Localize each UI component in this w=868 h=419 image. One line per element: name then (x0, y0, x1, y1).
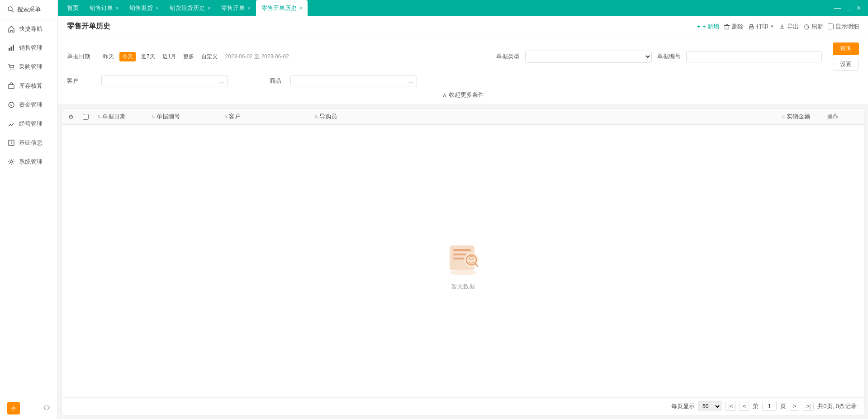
page-label-pre: 第 (753, 402, 759, 410)
th-checkbox[interactable] (80, 109, 95, 124)
sidebar-search[interactable]: 搜索采单 (0, 0, 57, 19)
filter-row-1: 单据日期 昨天 今天 近7天 近1月 更多 自定义 2023-06-02 至 2… (67, 42, 859, 71)
print-button[interactable]: 打印 ▼ (748, 23, 774, 31)
maximize-button[interactable]: □ (847, 4, 851, 12)
th-customer[interactable]: ⇅ 客户 (221, 109, 312, 124)
main-content: 首页 销售订单 × 销售退货 × 销货退货历史 × 零售开单 × 零售开单历史 … (58, 0, 868, 419)
display-detail-checkbox[interactable] (828, 24, 834, 29)
query-button[interactable]: 查询 (833, 42, 859, 55)
display-detail-button[interactable]: 显示明细 (828, 23, 859, 31)
goods-label: 商品 (270, 77, 283, 85)
sidebar-item-label: 基础信息 (19, 139, 43, 147)
sort-icon: ⇅ (782, 114, 785, 119)
filter-row-2: 客户 ... 商品 ... (67, 75, 859, 86)
th-date[interactable]: ⇅ 单据日期 (95, 109, 149, 124)
sidebar-item-xitong[interactable]: 系统管理 (0, 152, 57, 171)
add-label: + 新增 (702, 23, 719, 31)
total-info: 共0页, 0条记录 (817, 402, 857, 410)
add-icon: + (697, 23, 701, 30)
svg-rect-7 (9, 85, 14, 89)
customer-dots: ... (219, 77, 224, 84)
svg-point-13 (10, 161, 13, 163)
th-amount[interactable]: ⇅ 实销金额 (779, 109, 824, 124)
bill-no-input[interactable] (686, 51, 822, 62)
svg-point-12 (11, 141, 11, 141)
next-page-button[interactable]: > (790, 402, 799, 411)
tab-sales-return[interactable]: 销售退货 × (124, 0, 164, 16)
prev-page-button[interactable]: < (740, 402, 749, 411)
close-icon[interactable]: × (208, 5, 210, 11)
sidebar-item-label: 销售管理 (19, 44, 43, 52)
sidebar-item-jingying[interactable]: 经营管理 (0, 114, 57, 133)
select-all-checkbox[interactable] (83, 114, 89, 120)
refresh-button[interactable]: 刷新 (803, 23, 823, 31)
goods-input[interactable]: ... (290, 75, 417, 86)
date-opt-today[interactable]: 今天 (119, 52, 136, 61)
date-opt-1month[interactable]: 近1月 (161, 52, 178, 61)
sidebar-item-kuaijie[interactable]: 快捷导航 (0, 19, 57, 38)
svg-rect-15 (725, 25, 729, 29)
sidebar-item-label: 快捷导航 (19, 25, 43, 33)
sidebar-collapse-button[interactable] (43, 404, 50, 413)
delete-button[interactable]: 删除 (724, 23, 744, 31)
settings-button[interactable] (7, 402, 20, 414)
home-icon (7, 25, 15, 33)
print-dropdown-icon[interactable]: ▼ (770, 24, 774, 29)
date-opt-more[interactable]: 更多 (181, 52, 196, 61)
th-billno[interactable]: ⇅ 单据编号 (149, 109, 221, 124)
th-billno-label: 单据编号 (157, 113, 180, 121)
sidebar-item-caigou[interactable]: 采购管理 (0, 57, 57, 76)
sidebar-item-jichu[interactable]: 基础信息 (0, 133, 57, 152)
tab-retail-open[interactable]: 零售开单 × (216, 0, 256, 16)
tab-retail-open-history[interactable]: 零售开单历史 × (256, 0, 308, 16)
close-button[interactable]: × (857, 4, 861, 12)
date-opt-custom[interactable]: 自定义 (199, 52, 219, 61)
sort-icon: ⇅ (152, 114, 155, 119)
page-header: 零售开单历史 + + 新增 删除 打印 ▼ 导出 刷新 (58, 16, 868, 37)
customer-label: 客户 (67, 77, 94, 85)
first-page-button[interactable]: |< (725, 402, 736, 411)
page-size-select[interactable]: 50 100 200 (698, 401, 721, 411)
date-opt-yesterday[interactable]: 昨天 (101, 52, 116, 61)
sidebar-item-zijin[interactable]: ¥ 资金管理 (0, 95, 57, 114)
empty-text: 暂无数据 (451, 282, 475, 291)
tab-home[interactable]: 首页 (62, 0, 84, 16)
table-body: 暂无数据 (62, 125, 864, 397)
sidebar-nav: 快捷导航 销售管理 采购管理 库存核算 ¥ 资金管理 (0, 19, 57, 397)
svg-rect-17 (750, 27, 752, 28)
tab-bar: 首页 销售订单 × 销售退货 × 销货退货历史 × 零售开单 × 零售开单历史 … (58, 0, 868, 16)
sidebar-item-kucun[interactable]: 库存核算 (0, 76, 57, 95)
th-settings[interactable]: ⚙ (66, 109, 80, 124)
customer-input[interactable]: ... (101, 75, 228, 86)
page-number-input[interactable] (762, 402, 777, 411)
tab-sales-return-history[interactable]: 销货退货历史 × (164, 0, 216, 16)
th-guide[interactable]: ⇅ 导购员 (312, 109, 366, 124)
minimize-button[interactable]: — (834, 4, 841, 12)
close-icon[interactable]: × (156, 5, 158, 11)
sort-icon: ⇅ (314, 114, 318, 119)
bill-type-select[interactable] (525, 51, 652, 63)
close-icon[interactable]: × (299, 5, 302, 11)
sidebar-search-label: 搜索采单 (17, 5, 41, 14)
collapse-more[interactable]: ∧ 收起更多条件 (67, 91, 859, 99)
export-button[interactable]: 导出 (779, 23, 799, 31)
sidebar-item-label: 采购管理 (19, 63, 43, 71)
close-icon[interactable]: × (247, 5, 250, 11)
table-area: ⚙ ⇅ 单据日期 ⇅ 单据编号 ⇅ 客户 ⇅ 导购员 ⇅ (62, 108, 864, 415)
svg-point-18 (450, 270, 477, 275)
sidebar-item-xiaoshou[interactable]: 销售管理 (0, 38, 57, 57)
close-icon[interactable]: × (116, 5, 119, 11)
date-opt-7days[interactable]: 近7天 (139, 52, 157, 61)
settings-icon: ⚙ (68, 113, 74, 120)
table-header: ⚙ ⇅ 单据日期 ⇅ 单据编号 ⇅ 客户 ⇅ 导购员 ⇅ (62, 109, 864, 125)
svg-point-6 (13, 69, 14, 70)
toolbar: + + 新增 删除 打印 ▼ 导出 刷新 显示明细 (697, 23, 859, 31)
tab-sales-order[interactable]: 销售订单 × (84, 0, 124, 16)
last-page-button[interactable]: >| (803, 402, 814, 411)
add-button[interactable]: + + 新增 (697, 23, 719, 31)
tab-label: 销售订单 (90, 4, 113, 12)
th-date-label: 单据日期 (102, 113, 126, 121)
setting-button[interactable]: 设置 (833, 58, 859, 71)
sort-icon: ⇅ (224, 114, 228, 119)
refresh-label: 刷新 (811, 23, 823, 31)
